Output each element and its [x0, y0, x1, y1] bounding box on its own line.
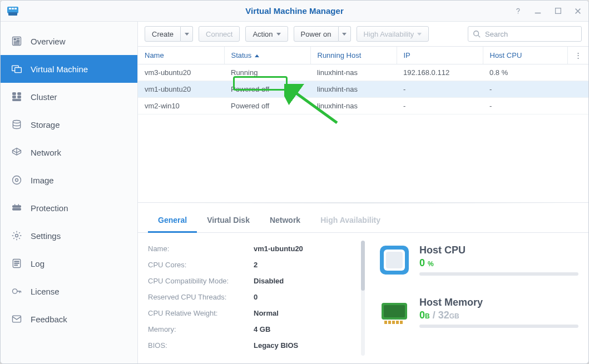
maximize-button[interactable] [553, 6, 563, 16]
cell-name: vm1-ubuntu20 [138, 81, 224, 98]
svg-rect-11 [17, 40, 19, 41]
sidebar-item-license[interactable]: License [1, 277, 137, 305]
sidebar-item-label: Cluster [31, 92, 57, 102]
cell-status: Powered off [224, 98, 310, 114]
connect-button[interactable]: Connect [199, 26, 240, 42]
sidebar-item-feedback[interactable]: Feedback [1, 305, 137, 333]
tab-virtual-disk[interactable]: Virtual Disk [197, 209, 260, 233]
cell-host: linuxhint-nas [310, 81, 397, 98]
settings-icon [11, 230, 23, 242]
metric-cpu: Host CPU 0 % [378, 244, 578, 276]
poweron-button[interactable]: Power on [294, 26, 339, 42]
svg-point-5 [517, 13, 518, 13]
image-icon [11, 174, 23, 186]
tab-general[interactable]: General [148, 209, 197, 233]
svg-point-33 [474, 31, 479, 36]
window: Virtual Machine Manager Overview Virtual… [0, 0, 589, 364]
search-icon [473, 30, 481, 38]
close-button[interactable] [573, 6, 583, 16]
sidebar-item-storage[interactable]: Storage [1, 111, 137, 138]
detail-pane: General Virtual Disk Network High Availa… [138, 202, 588, 363]
sidebar-item-log[interactable]: Log [1, 250, 137, 277]
svg-rect-38 [384, 305, 405, 317]
svg-rect-36 [386, 252, 403, 268]
svg-rect-40 [388, 321, 391, 324]
table-row[interactable]: vm2-win10 Powered off linuxhint-nas - - [138, 98, 588, 114]
col-name[interactable]: Name [138, 47, 224, 64]
detail-scrollbar[interactable] [361, 241, 365, 356]
sidebar-item-cluster[interactable]: Cluster [1, 83, 137, 111]
sidebar-item-image[interactable]: Image [1, 166, 137, 194]
tab-high-availability[interactable]: High Availability [310, 209, 390, 233]
detail-tabs: General Virtual Disk Network High Availa… [138, 209, 588, 233]
spec-value: Legacy BIOS [254, 341, 298, 350]
col-menu[interactable]: ⋮ [568, 47, 589, 64]
sidebar-item-settings[interactable]: Settings [1, 222, 137, 250]
sidebar-item-virtual-machine[interactable]: Virtual Machine [1, 55, 137, 83]
search-input[interactable] [484, 29, 580, 39]
sidebar-item-network[interactable]: Network [1, 138, 137, 166]
svg-rect-3 [12, 8, 14, 9]
titlebar: Virtual Machine Manager [1, 1, 588, 22]
cell-ip: 192.168.0.112 [397, 64, 483, 81]
metric-title: Host CPU [419, 245, 578, 256]
metric-title: Host Memory [419, 297, 578, 308]
sidebar-item-label: Protection [31, 203, 68, 213]
svg-point-23 [16, 179, 18, 182]
cpu-bar [419, 272, 578, 276]
app-icon [6, 4, 19, 18]
svg-rect-41 [392, 321, 395, 324]
svg-rect-12 [14, 42, 19, 43]
sidebar-item-label: Settings [31, 231, 61, 241]
col-ip[interactable]: IP [397, 47, 483, 64]
memory-icon [378, 296, 410, 328]
spec-label: Name: [148, 245, 254, 253]
spec-label: Memory: [148, 325, 254, 333]
sidebar-item-protection[interactable]: Protection [1, 194, 137, 222]
action-button[interactable]: Action [245, 26, 288, 42]
tab-network[interactable]: Network [260, 209, 310, 233]
sidebar-item-overview[interactable]: Overview [1, 27, 137, 55]
vm-table: Name Status Running Host IP Host CPU ⋮ v… [138, 47, 588, 114]
svg-rect-13 [14, 43, 19, 44]
help-button[interactable] [513, 6, 523, 16]
poweron-split-button: Power on [294, 26, 351, 42]
table-row[interactable]: vm1-ubuntu20 Powered off linuxhint-nas -… [138, 81, 588, 98]
svg-rect-1 [8, 12, 17, 16]
cell-status: Powered off [224, 81, 310, 98]
minimize-button[interactable] [533, 6, 543, 16]
svg-rect-24 [13, 206, 21, 207]
svg-rect-2 [9, 8, 11, 9]
feedback-icon [11, 313, 23, 325]
protection-icon [11, 202, 23, 214]
col-running-host[interactable]: Running Host [310, 47, 397, 64]
overview-icon [11, 35, 23, 47]
svg-rect-39 [384, 321, 387, 324]
svg-rect-19 [18, 96, 21, 98]
col-host-cpu[interactable]: Host CPU [483, 47, 568, 64]
storage-icon [11, 118, 23, 131]
spec-label: CPU Relative Weight: [148, 309, 254, 317]
log-icon [11, 257, 23, 270]
svg-rect-6 [535, 12, 541, 13]
sidebar-item-label: Storage [31, 120, 60, 129]
main-panel: Create Connect Action Power on High Avai… [138, 22, 588, 363]
toolbar: Create Connect Action Power on High Avai… [138, 22, 588, 47]
metrics-panel: Host CPU 0 % [378, 241, 578, 356]
spec-value: 2 [254, 261, 258, 269]
create-dropdown[interactable] [181, 26, 193, 42]
ha-label: High Availability [364, 30, 414, 38]
col-status[interactable]: Status [224, 47, 310, 64]
memory-bar [419, 325, 578, 328]
high-availability-button[interactable]: High Availability [357, 26, 429, 42]
table-row[interactable]: vm3-ubuntu20 Running linuxhint-nas 192.1… [138, 64, 588, 81]
metric-unit: B [425, 312, 430, 320]
sidebar-item-label: Log [31, 259, 44, 268]
svg-rect-25 [13, 208, 21, 210]
network-icon [11, 146, 23, 158]
svg-rect-43 [400, 321, 403, 324]
create-button[interactable]: Create [145, 26, 181, 42]
svg-rect-32 [13, 316, 21, 322]
sidebar-item-label: Overview [31, 37, 66, 46]
poweron-dropdown[interactable] [339, 26, 351, 42]
